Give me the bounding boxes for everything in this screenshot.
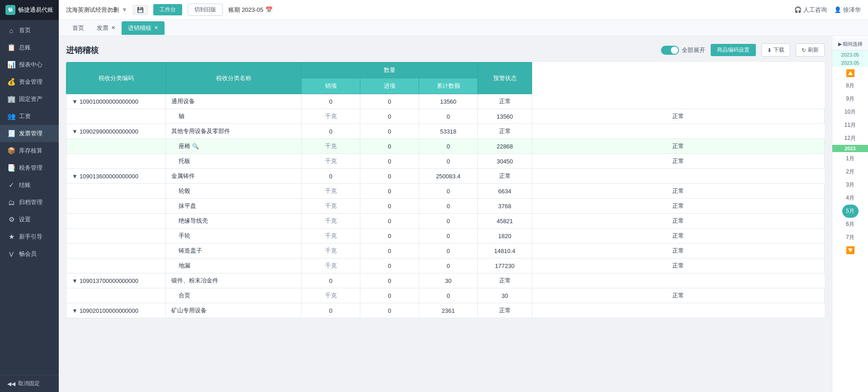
period-month-item-active[interactable]: 5月	[842, 205, 859, 218]
cell-sale: 0	[360, 199, 419, 214]
period-month-item[interactable]: 4月	[842, 191, 859, 205]
period-month-item[interactable]: 1月	[842, 152, 859, 165]
period-month-item[interactable]: 11月	[843, 119, 858, 132]
cell-code: ▼109013700000000000	[66, 273, 166, 288]
cell-name: 合页	[166, 288, 302, 303]
cell-purchase: 0	[419, 244, 478, 258]
expand-icon[interactable]: ▼	[72, 277, 78, 284]
sidebar-item-label: 总账	[19, 43, 31, 52]
cell-name: 通用设备	[166, 94, 302, 109]
sidebar-item-capital[interactable]: 💰资金管理	[0, 73, 59, 91]
period-month-item[interactable]: 3月	[842, 178, 859, 191]
sidebar-item-settlement[interactable]: ✓结账	[0, 177, 59, 194]
col-header-name: 税收分类名称	[166, 62, 302, 94]
table-row: 合页 千克 0 0 30 正常	[66, 288, 825, 303]
switch-version-btn[interactable]: 切到旧版	[188, 4, 223, 16]
period-month-item[interactable]: 9月	[843, 92, 858, 105]
sidebar-item-label: 库存核算	[19, 147, 42, 155]
refresh-btn[interactable]: ↻ 刷新	[796, 43, 825, 57]
period-value: 2023-05	[242, 6, 264, 13]
period-month-item[interactable]: 6月	[842, 218, 859, 231]
sidebar-item-label: 结账	[19, 181, 31, 189]
period-up-btn[interactable]: 🔼	[844, 67, 857, 79]
sidebar-item-tax[interactable]: 📑税务管理	[0, 159, 59, 177]
tab-label: 进销稽核	[128, 24, 151, 32]
cell-status: 正常	[478, 273, 532, 288]
sidebar-item-payroll[interactable]: 👥工资	[0, 108, 59, 125]
headset-icon: 🎧	[794, 6, 802, 13]
sidebar-item-guide[interactable]: ★新手引导	[0, 228, 59, 245]
product-code-btn[interactable]: 商品编码设置	[711, 44, 756, 56]
sidebar-item-invoice[interactable]: 🧾发票管理	[0, 125, 59, 142]
sidebar-bottom-btn[interactable]: ◀◀ 取消固定	[0, 375, 59, 392]
data-table: 税收分类编码 税收分类名称 数量 预警状态 销项 进项 累计数额 ▼109010	[66, 62, 825, 318]
table-row: 抹平盘 千克 0 0 3768 正常	[66, 199, 825, 214]
company-name: 沈海英测试经营勿删	[66, 6, 119, 14]
download-btn[interactable]: ⬇ 下载	[761, 43, 790, 57]
tab-close-icon[interactable]: ✕	[154, 25, 158, 31]
sidebar-item-archive[interactable]: 🗂归档管理	[0, 194, 59, 211]
user-label: 徐泽华	[843, 6, 861, 14]
topbar: 沈海英测试经营勿删 ▼ 💾 工作台 切到旧版 账期 2023-05 📅 🎧 人工…	[59, 0, 868, 20]
cell-total: 13560	[478, 109, 532, 124]
tab-home[interactable]: 首页	[66, 21, 90, 35]
sidebar-item-settings[interactable]: ⚙设置	[0, 211, 59, 228]
period-down-btn[interactable]: 🔽	[844, 244, 857, 256]
sidebar-item-vip[interactable]: V畅会员	[0, 245, 59, 263]
cell-total: 30450	[478, 154, 532, 169]
expand-icon[interactable]: ▼	[72, 307, 78, 314]
expand-icon[interactable]: ▼	[72, 98, 78, 105]
tab-label: 首页	[72, 24, 84, 32]
user-btn[interactable]: 👤 徐泽华	[834, 6, 861, 14]
period-month-item[interactable]: 2月	[842, 165, 859, 178]
table-row: 轴 千克 0 0 13560 正常	[66, 109, 825, 124]
support-btn[interactable]: 🎧 人工咨询	[794, 6, 827, 14]
calendar-icon[interactable]: 📅	[265, 6, 273, 13]
reports-icon: 📊	[7, 61, 15, 69]
toggle-track[interactable]	[661, 46, 679, 55]
table-row: 铸造盖子 千克 0 0 14810.4 正常	[66, 244, 825, 258]
cell-sale: 0	[360, 214, 419, 229]
period-month-item[interactable]: 7月	[842, 231, 859, 244]
save-draft-btn[interactable]: 💾	[133, 5, 148, 15]
settings-icon: ⚙	[7, 215, 15, 224]
sidebar-item-reports[interactable]: 📊报表中心	[0, 56, 59, 73]
topbar-right: 🎧 人工咨询 👤 徐泽华	[794, 6, 861, 14]
cell-total: 22868	[478, 139, 532, 154]
cell-purchase: 0	[419, 288, 478, 303]
tab-reconcile[interactable]: 进销稽核✕	[122, 21, 165, 35]
cell-name: 锻件、粉末冶金件	[166, 273, 302, 288]
col-header-quantity: 数量	[302, 62, 478, 78]
period-month-item[interactable]: 12月	[843, 132, 858, 145]
period-collapse-icon[interactable]: ▶	[838, 41, 842, 47]
period-selected-top: 2023.05	[832, 51, 868, 59]
sidebar-item-ledger[interactable]: 📋总账	[0, 39, 59, 56]
expand-icon[interactable]: ▼	[72, 128, 78, 135]
expand-toggle[interactable]: 全部展开	[661, 46, 705, 55]
period-month-item[interactable]: 10月	[843, 105, 858, 119]
sidebar-logo: 畅 畅捷通易代账	[0, 0, 59, 20]
cell-purchase: 0	[419, 229, 478, 244]
cell-status: 正常	[532, 139, 825, 154]
sidebar-item-label: 发票管理	[19, 129, 42, 138]
cell-status: 正常	[478, 303, 532, 318]
tab-invoice[interactable]: 发票✕	[90, 21, 122, 35]
tab-close-icon[interactable]: ✕	[111, 25, 115, 31]
sidebar-item-inventory[interactable]: 📦库存核算	[0, 142, 59, 159]
period-header-label: 期间选择	[843, 41, 863, 48]
search-icon[interactable]: 🔍	[192, 143, 199, 149]
cell-total: 13560	[419, 94, 478, 109]
period-month-item[interactable]: 8月	[843, 79, 858, 92]
cell-sale: 0	[302, 169, 360, 184]
invoice-icon: 🧾	[7, 129, 15, 138]
dropdown-icon[interactable]: ▼	[122, 6, 127, 13]
cell-unit: 千克	[302, 214, 360, 229]
workspace-btn[interactable]: 工作台	[153, 4, 182, 15]
cell-name: 轮毂	[166, 184, 302, 199]
cell-total: 45821	[478, 214, 532, 229]
cell-sale: 0	[302, 303, 360, 318]
fixed-assets-icon: 🏢	[7, 95, 15, 103]
sidebar-item-home[interactable]: ⌂首页	[0, 22, 59, 39]
expand-icon[interactable]: ▼	[72, 173, 78, 180]
sidebar-item-fixed-assets[interactable]: 🏢固定资产	[0, 91, 59, 108]
